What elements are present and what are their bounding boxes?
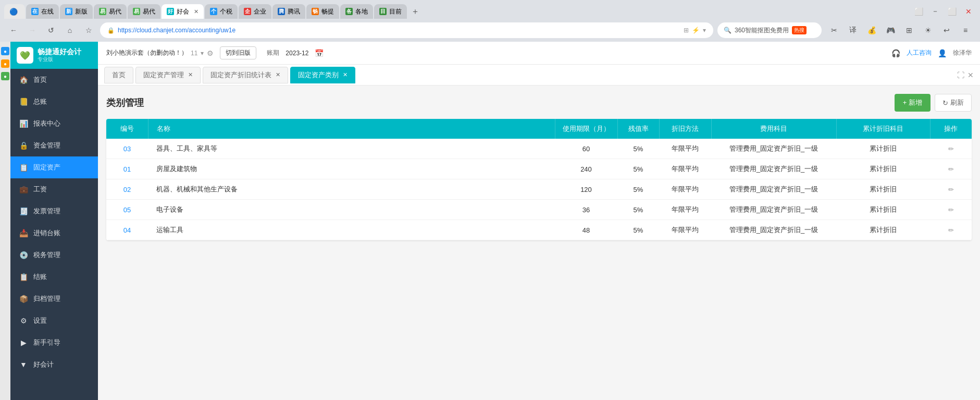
edit-button-3[interactable]: ✏: [948, 206, 954, 214]
browser-tab-7[interactable]: 腾 腾讯: [272, 4, 305, 19]
cell-name-3: 电子设备: [148, 200, 555, 220]
edit-button-4[interactable]: ✏: [948, 226, 954, 234]
tab-fixed-mgmt[interactable]: 固定资产管理 ✕: [135, 67, 201, 83]
tab-category[interactable]: 固定资产类别 ✕: [290, 67, 355, 83]
browser-tab-2[interactable]: 易 易代: [94, 4, 127, 19]
cell-method-3: 年限平均: [659, 200, 711, 220]
tab-list-button[interactable]: ⬜: [911, 4, 926, 19]
tab-close-4[interactable]: ✕: [194, 8, 199, 15]
col-header-code: 编号: [106, 119, 148, 139]
browser-tab-logo[interactable]: 🔵: [4, 4, 25, 19]
tab-depreciation[interactable]: 固定资产折旧统计表 ✕: [203, 67, 288, 83]
cell-residual-0: 5%: [617, 139, 659, 159]
lightning-icon[interactable]: ⚡: [692, 27, 700, 34]
side-icons-bar: ● ● ●: [0, 42, 10, 400]
maximize-button[interactable]: ⬜: [945, 4, 959, 19]
side-icon-1[interactable]: ●: [1, 47, 9, 55]
bookmark-button[interactable]: ☆: [81, 23, 96, 38]
sidebar-item-settlement[interactable]: 📋 结账: [10, 266, 98, 288]
table-row: 01 房屋及建筑物 240 5% 年限平均 管理费用_固定资产折旧_一级 累计折…: [106, 159, 972, 179]
tab-depreciation-close[interactable]: ✕: [276, 71, 280, 78]
table-row: 03 器具、工具、家具等 60 5% 年限平均 管理费用_固定资产折旧_一级 累…: [106, 139, 972, 159]
menu-icon[interactable]: ≡: [957, 23, 974, 38]
browser-tab-1[interactable]: 新 新版: [60, 4, 93, 19]
table-row: 02 机器、机械和其他生产设备 120 5% 年限平均 管理费用_固定资产折旧_…: [106, 179, 972, 200]
dropdown-arrow-icon[interactable]: ▾: [703, 27, 706, 34]
consultant-label[interactable]: 人工咨询: [907, 49, 932, 57]
edit-button-1[interactable]: ✏: [948, 165, 954, 173]
url-text: https://cloud.chanjet.com/accounting/uw1…: [118, 27, 235, 34]
sidebar-item-tax[interactable]: 💿 税务管理: [10, 244, 98, 266]
cell-name-2: 机器、机械和其他生产设备: [148, 179, 555, 200]
address-input[interactable]: 🔒 https://cloud.chanjet.com/accounting/u…: [100, 22, 713, 38]
invoices-icon: 🧾: [19, 207, 28, 216]
wallet-icon[interactable]: 💰: [863, 23, 880, 38]
settings-gear-icon[interactable]: ⚙: [207, 49, 214, 57]
side-icon-3[interactable]: ●: [1, 72, 9, 80]
col-header-action: 操作: [930, 119, 972, 139]
browser-tab-9[interactable]: 各 各地: [340, 4, 373, 19]
forward-button[interactable]: →: [25, 23, 40, 38]
page-title: 类别管理: [106, 96, 144, 109]
tab-home[interactable]: 首页: [104, 67, 133, 83]
tab-category-label: 固定资产类别: [298, 70, 339, 80]
cell-period-0: 60: [555, 139, 617, 159]
tab-category-close[interactable]: ✕: [343, 71, 348, 78]
sidebar-item-reports[interactable]: 📊 报表中心: [10, 113, 98, 135]
sidebar-item-archive[interactable]: 📦 归档管理: [10, 288, 98, 310]
undo-icon[interactable]: ↩: [938, 23, 955, 38]
scissors-icon[interactable]: ✂: [826, 23, 842, 38]
add-button[interactable]: + 新增: [895, 94, 931, 112]
home-button[interactable]: ⌂: [63, 23, 77, 38]
browser-tab-10[interactable]: 目 目前: [374, 4, 407, 19]
brightness-icon[interactable]: ☀: [920, 23, 936, 38]
sidebar-item-label-reports: 报表中心: [33, 119, 60, 128]
tab-fixed-mgmt-close[interactable]: ✕: [188, 71, 193, 78]
sidebar-item-guide[interactable]: ▶ 新手引导: [10, 332, 98, 354]
browser-tab-8[interactable]: 畅 畅提: [306, 4, 339, 19]
site-info-icon[interactable]: ⊞: [684, 27, 689, 34]
side-icon-2[interactable]: ●: [1, 59, 9, 68]
sidebar-item-label-ledger: 总账: [33, 97, 47, 106]
cell-action-0: ✏: [930, 139, 972, 159]
edit-button-0[interactable]: ✏: [948, 145, 954, 153]
refresh-button[interactable]: ↻ 刷新: [935, 94, 972, 112]
browser-tab-5[interactable]: 个 个税: [205, 4, 238, 19]
cell-period-1: 240: [555, 159, 617, 179]
edit-button-2[interactable]: ✏: [948, 186, 954, 193]
search-box[interactable]: 🔍 360智能抠图免费用 热搜: [717, 22, 822, 38]
table-header-row: 编号 名称 使用期限（月） 残值率 折旧方法 费用科目 累计折旧科目 操作: [106, 119, 972, 139]
restore-icon[interactable]: ✕: [967, 71, 974, 79]
browser-tab-6[interactable]: 企 企业: [239, 4, 271, 19]
sidebar-item-invoices[interactable]: 🧾 发票管理: [10, 200, 98, 222]
new-tab-button[interactable]: ＋: [408, 4, 423, 19]
sidebar-item-more[interactable]: ▼ 好会计: [10, 354, 98, 375]
sidebar-item-home[interactable]: 🏠 首页: [10, 69, 98, 91]
sidebar-item-ledger[interactable]: 📒 总账: [10, 91, 98, 113]
sidebar-item-payroll[interactable]: 💼 工资: [10, 178, 98, 200]
switch-version-button[interactable]: 切到旧版: [220, 46, 256, 59]
browser-tab-3[interactable]: 易 易代: [128, 4, 160, 19]
col-header-depreciation: 累计折旧科目: [836, 119, 930, 139]
more-icon: ▼: [19, 360, 28, 369]
cell-code-4: 04: [106, 220, 148, 240]
sidebar-item-settings[interactable]: ⚙ 设置: [10, 310, 98, 332]
browser-tab-4[interactable]: 好 好会 ✕: [162, 4, 204, 19]
close-window-button[interactable]: ✕: [961, 4, 976, 19]
browser-tab-0[interactable]: 在 在线: [26, 4, 59, 19]
sidebar-item-purchase-sales[interactable]: 📥 进销台账: [10, 222, 98, 244]
ledger-icon: 📒: [19, 97, 28, 106]
minimize-button[interactable]: －: [928, 4, 942, 19]
cell-expense-4: 管理费用_固定资产折旧_一级: [711, 220, 836, 240]
browser-tab-bar: 🔵 在 在线 新 新版 易 易代 易 易代 好 好会 ✕ 个 个税 企 企业: [0, 0, 980, 19]
fullscreen-icon[interactable]: ⛶: [957, 71, 964, 79]
game-icon[interactable]: 🎮: [882, 23, 899, 38]
calendar-icon[interactable]: 📅: [315, 49, 324, 57]
sidebar-item-fixed-assets[interactable]: 📋 固定资产: [10, 156, 98, 178]
back-button[interactable]: ←: [6, 23, 21, 38]
grid-icon[interactable]: ⊞: [901, 23, 917, 38]
sidebar-item-funds[interactable]: 🔒 资金管理: [10, 135, 98, 156]
translate-icon[interactable]: 译: [845, 23, 861, 38]
dropdown-icon[interactable]: ▾: [201, 50, 204, 57]
reload-button[interactable]: ↺: [44, 23, 58, 38]
